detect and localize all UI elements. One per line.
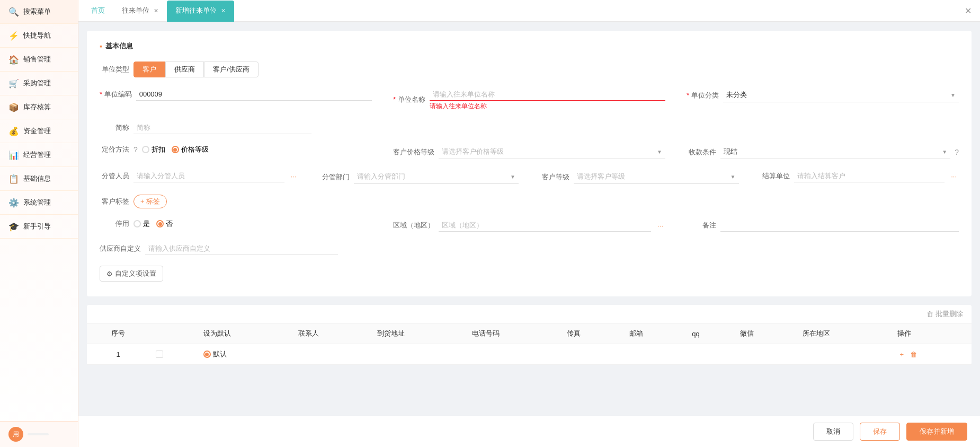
cell-wechat <box>734 344 796 365</box>
table-row: 1 默认 <box>87 344 972 365</box>
payment-help-icon[interactable]: ? <box>955 148 959 156</box>
unit-code-label: 单位编码 <box>100 90 132 99</box>
disable-no-radio[interactable]: 否 <box>156 219 173 229</box>
sidebar-item-finance[interactable]: 💰 资金管理 <box>0 119 78 143</box>
customer-price-item: 客户价格等级 请选择客户价格等级 ▼ <box>393 145 665 159</box>
close-all-tabs[interactable]: ✕ <box>960 6 976 16</box>
dept-placeholder: 请输入分管部门 <box>357 172 511 181</box>
pricing-radio-level[interactable]: 价格等级 <box>172 145 209 154</box>
remark-item: 备注 <box>687 219 959 232</box>
unit-code-input[interactable] <box>136 88 372 101</box>
cell-phone <box>466 344 560 365</box>
pricing-radio-discount[interactable]: 折扣 <box>142 145 165 154</box>
cell-region <box>796 344 891 365</box>
basic-icon: 📋 <box>8 173 19 184</box>
customer-price-label: 客户价格等级 <box>393 147 434 157</box>
tab-new-partner-close[interactable]: ✕ <box>221 7 226 14</box>
add-tag-button[interactable]: + 标签 <box>133 195 167 208</box>
disable-yes-radio[interactable]: 是 <box>133 219 150 229</box>
payment-select[interactable]: 现结 ▼ <box>720 145 950 159</box>
col-address: 到货地址 <box>371 323 466 344</box>
btn-both[interactable]: 客户/供应商 <box>204 62 259 77</box>
tab-bar: 首页 往来单位 ✕ 新增往来单位 ✕ ✕ <box>78 0 980 22</box>
customer-level-select[interactable]: 请选择客户等级 ▼ <box>574 170 739 184</box>
col-region: 所在地区 <box>796 323 891 344</box>
row-delete-btn[interactable]: 🗑 <box>910 350 917 358</box>
quick-nav-icon: ⚡ <box>8 30 19 41</box>
tab-new-partner-label: 新增往来单位 <box>175 6 217 15</box>
sidebar-item-inventory[interactable]: 📦 库存核算 <box>0 95 78 119</box>
sidebar-item-system[interactable]: ⚙️ 系统管理 <box>0 191 78 215</box>
cell-no: 1 <box>87 344 149 365</box>
tab-partners-close[interactable]: ✕ <box>154 7 158 14</box>
cancel-button[interactable]: 取消 <box>813 423 853 441</box>
region-more-btn[interactable]: ··· <box>655 222 665 230</box>
row-default-radio[interactable]: 默认 <box>203 349 286 359</box>
short-name-input[interactable] <box>133 121 311 134</box>
cell-qq <box>685 344 734 365</box>
supplier-custom-item: 供应商自定义 <box>100 242 338 255</box>
customer-price-arrow-icon: ▼ <box>657 149 662 155</box>
card-title-text: 基本信息 <box>105 41 133 51</box>
customer-price-select[interactable]: 请选择客户价格等级 ▼ <box>439 145 665 159</box>
settlement-item: 结算单位 ··· <box>760 170 959 182</box>
pricing-row: 定价方法 ? 折扣 价格等级 客户价格等级 <box>100 145 959 159</box>
settlement-input[interactable] <box>794 170 945 182</box>
search-icon: 🔍 <box>8 6 19 17</box>
customer-level-placeholder: 请选择客户等级 <box>577 172 730 181</box>
sales-icon: 🏠 <box>8 54 19 65</box>
manager-input[interactable] <box>133 170 284 182</box>
save-button[interactable]: 保存 <box>860 423 900 441</box>
unit-type-label: 单位类型 <box>100 65 129 74</box>
card-title-icon: ▪ <box>100 42 102 50</box>
save-new-button[interactable]: 保存并新增 <box>906 423 967 441</box>
tab-partners-label: 往来单位 <box>122 6 149 15</box>
unit-type-btn-group: 客户 供应商 客户/供应商 <box>133 62 259 77</box>
level-label: 价格等级 <box>181 145 209 154</box>
unit-name-input[interactable] <box>430 88 665 101</box>
unit-name-label: 单位名称 <box>393 95 425 104</box>
unit-category-select[interactable]: 未分类 ▼ <box>723 88 959 102</box>
cell-checkbox[interactable] <box>149 344 197 365</box>
supplier-custom-input[interactable] <box>145 242 338 255</box>
payment-label: 收款条件 <box>687 147 716 157</box>
pricing-help-icon[interactable]: ? <box>133 145 138 154</box>
unit-type-item: 单位类型 客户 供应商 客户/供应商 <box>100 62 259 77</box>
dept-item: 分管部门 请输入分管部门 ▼ <box>320 170 519 184</box>
region-item: 区域（地区） ··· <box>393 219 665 232</box>
user-avatar: 用 <box>8 427 23 442</box>
row-checkbox[interactable] <box>156 350 163 358</box>
tab-partners[interactable]: 往来单位 ✕ <box>113 1 167 22</box>
contact-table-section: 🗑 批量删除 序号 设为默认 联系人 到货地址 电话号码 传真 邮箱 qq <box>87 305 972 365</box>
sidebar-item-quick-nav[interactable]: ⚡ 快捷导航 <box>0 24 78 48</box>
dept-select[interactable]: 请输入分管部门 ▼ <box>354 170 519 184</box>
sidebar-item-sales[interactable]: 🏠 销售管理 <box>0 48 78 72</box>
remark-input[interactable] <box>720 219 959 232</box>
btn-supplier[interactable]: 供应商 <box>165 62 204 77</box>
sidebar-item-purchase[interactable]: 🛒 采购管理 <box>0 72 78 95</box>
row-add-btn[interactable]: + <box>899 350 904 358</box>
operations-icon: 📊 <box>8 150 19 160</box>
btn-customer[interactable]: 客户 <box>133 62 165 77</box>
manager-more-btn[interactable]: ··· <box>289 172 299 180</box>
custom-settings-button[interactable]: ⚙ 自定义项设置 <box>100 266 163 282</box>
col-checkbox <box>149 323 197 344</box>
unit-name-item: 单位名称 请输入往来单位名称 <box>393 88 665 111</box>
tab-new-partner[interactable]: 新增往来单位 ✕ <box>167 1 234 22</box>
customer-level-arrow-icon: ▼ <box>730 174 736 180</box>
sidebar-item-basic[interactable]: 📋 基础信息 <box>0 167 78 191</box>
region-input[interactable] <box>439 219 651 232</box>
pricing-label: 定价方法 <box>100 145 129 154</box>
payment-arrow-icon: ▼ <box>942 149 947 155</box>
tab-home-label: 首页 <box>91 6 105 15</box>
batch-delete-btn[interactable]: 🗑 批量删除 <box>926 309 963 319</box>
col-qq: qq <box>685 323 734 344</box>
yes-label: 是 <box>143 219 150 229</box>
settlement-more-btn[interactable]: ··· <box>949 172 959 180</box>
tab-home[interactable]: 首页 <box>83 1 113 22</box>
sidebar-item-search[interactable]: 🔍 搜索菜单 <box>0 0 78 24</box>
sidebar-item-operations[interactable]: 📊 经营管理 <box>0 143 78 167</box>
col-no: 序号 <box>87 323 149 344</box>
sidebar-item-guide[interactable]: 🎓 新手引导 <box>0 215 78 239</box>
dept-arrow-icon: ▼ <box>510 174 515 180</box>
